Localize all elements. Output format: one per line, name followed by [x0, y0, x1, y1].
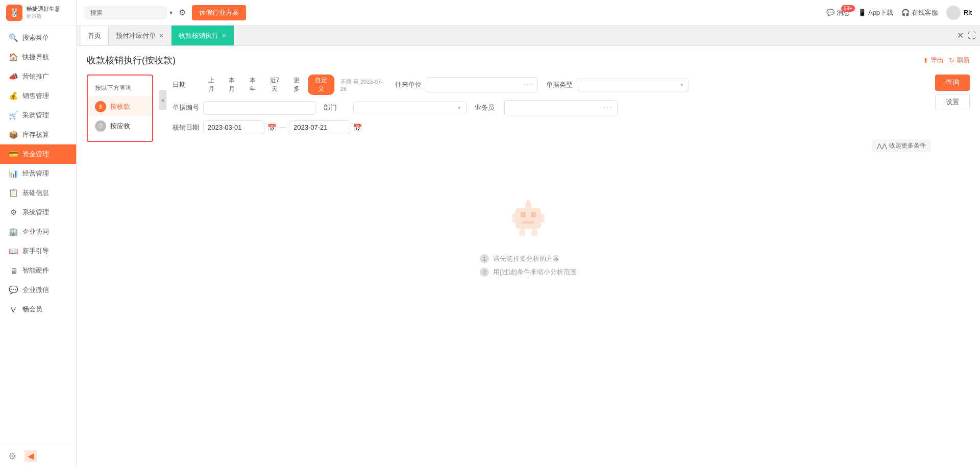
app-download-btn[interactable]: 📱 App下载	[858, 8, 893, 17]
collapse-more-btn[interactable]: ⋀⋀ 收起更多条件	[872, 139, 931, 152]
filter-area: 按以下方查询 $ 按收款 ⏱ 按应收 «	[87, 75, 970, 152]
filter-option-receipt[interactable]: $ 按收款	[88, 97, 152, 116]
quick-nav-icon: 🏠	[8, 53, 18, 62]
tab-home[interactable]: 首页	[81, 26, 109, 45]
export-btn[interactable]: ⬆ 导出	[923, 56, 944, 65]
quick-btn-last-month[interactable]: 上月	[202, 75, 220, 95]
writeoff-cal-to-icon[interactable]: 📅	[353, 124, 362, 132]
partner-input[interactable]: ···	[426, 77, 538, 92]
search-input[interactable]	[85, 7, 166, 19]
sidebar-item-search-menu[interactable]: 🔍搜索菜单	[0, 28, 76, 47]
empty-tip-1: 1 请先选择要分析的方案	[480, 254, 576, 263]
filter-collapse-area: «	[159, 90, 166, 110]
page-title-bar: 收款核销执行(按收款) ⬆ 导出 ↻ 刷新	[87, 54, 970, 66]
tab-bar: 首页 预付冲应付单 ✕ 收款核销执行 ✕ ✕ ⛶	[77, 26, 980, 46]
sales-icon: 💰	[8, 91, 18, 101]
tab-receipt-writeoff[interactable]: 收款核销执行 ✕	[172, 26, 234, 45]
filter-row-3: 核销日期 📅 — 📅	[173, 120, 931, 134]
writeoff-cal-from-icon[interactable]: 📅	[267, 124, 276, 132]
salesman-input[interactable]: ···	[504, 100, 618, 115]
tab-expand-btn[interactable]: ⛶	[968, 31, 976, 40]
collapse-up-icon: ⋀⋀	[877, 142, 887, 150]
dept-select[interactable]: ▾	[353, 102, 467, 114]
headset-icon: 🎧	[901, 9, 910, 16]
page-content: 收款核销执行(按收款) ⬆ 导出 ↻ 刷新 按以下方查询	[77, 46, 980, 467]
empty-tip-2: 2 用[过滤]条件来缩小分析范围	[480, 267, 576, 277]
collapse-more: ⋀⋀ 收起更多条件	[173, 139, 931, 152]
message-btn[interactable]: 💬 消息 99+	[826, 8, 850, 17]
sidebar-item-purchase[interactable]: 🛒采购管理	[0, 106, 76, 125]
empty-tips: 1 请先选择要分析的方案 2 用[过滤]条件来缩小分析范围	[480, 254, 576, 277]
refresh-btn[interactable]: ↻ 刷新	[949, 56, 970, 65]
marketing-icon: 📣	[8, 72, 18, 81]
solution-btn[interactable]: 休假行业方案	[192, 5, 246, 20]
sidebar-item-label: 基础信息	[22, 188, 49, 198]
wechat-icon: 💬	[8, 285, 18, 294]
tip-num-1: 1	[480, 254, 489, 263]
page-inner: 收款核销执行(按收款) ⬆ 导出 ↻ 刷新 按以下方查询	[77, 46, 980, 467]
query-btn[interactable]: 查询	[935, 75, 970, 91]
sidebar-item-system[interactable]: ⚙系统管理	[0, 203, 76, 222]
empty-illustration	[503, 193, 554, 244]
tip-num-2: 2	[480, 267, 489, 277]
header-search: ▾	[85, 7, 173, 19]
quick-btn-7days[interactable]: 近7天	[264, 75, 285, 95]
gear-icon[interactable]: ⚙	[179, 8, 186, 17]
setting-btn[interactable]: 设置	[935, 94, 970, 110]
tab-close-prepay[interactable]: ✕	[159, 32, 164, 39]
sidebar-item-member[interactable]: V畅会员	[0, 300, 76, 319]
sidebar-item-label: 经营管理	[22, 169, 49, 178]
partner-dots-icon[interactable]: ···	[524, 80, 533, 89]
writeoff-date-group: 📅 — 📅	[203, 120, 362, 134]
tab-close-receipt[interactable]: ✕	[222, 32, 227, 39]
docnum-input[interactable]	[203, 101, 315, 115]
export-icon: ⬆	[923, 57, 928, 64]
header-dropdown-btn[interactable]: ▾	[169, 9, 173, 16]
sidebar-item-basic-info[interactable]: 📋基础信息	[0, 183, 76, 203]
writeoff-date-to[interactable]	[289, 120, 350, 134]
svg-rect-0	[516, 208, 541, 229]
collapse-icon[interactable]: ◀	[24, 450, 37, 462]
quick-btn-this-month[interactable]: 本月	[223, 75, 241, 95]
sidebar-item-marketing[interactable]: 📣营销推广	[0, 67, 76, 86]
user-info[interactable]: Rit	[946, 6, 972, 20]
sidebar-item-inventory[interactable]: 📦库存核算	[0, 125, 76, 144]
sidebar-item-guide[interactable]: 📖新手引导	[0, 241, 76, 261]
sidebar-item-hardware[interactable]: 🖥智能硬件	[0, 261, 76, 280]
date-field: 日期 上月 本月 本年 近7天 更多 自定义 不	[173, 75, 387, 95]
sidebar-item-label: 采购管理	[22, 111, 49, 120]
date-quick-btns: 上月 本月 本年 近7天 更多 自定义	[202, 75, 334, 95]
sidebar-item-quick-nav[interactable]: 🏠快捷导航	[0, 47, 76, 67]
tab-prepay[interactable]: 预付冲应付单 ✕	[109, 26, 172, 45]
filter-sidebar-title: 按以下方查询	[88, 81, 152, 97]
writeoff-date-label: 核销日期	[173, 123, 199, 132]
refresh-icon: ↻	[949, 57, 954, 64]
dept-arrow-icon: ▾	[458, 105, 461, 111]
sidebar-item-sales[interactable]: 💰销售管理	[0, 86, 76, 106]
title-actions: ⬆ 导出 ↻ 刷新	[923, 56, 970, 65]
settings-icon[interactable]: ⚙	[8, 451, 16, 462]
salesman-dots-icon[interactable]: ···	[603, 103, 613, 112]
doctype-select[interactable]: ▾	[577, 79, 689, 91]
app-icon: 📱	[858, 9, 866, 16]
avatar	[946, 6, 961, 20]
sidebar-item-enterprise[interactable]: 🏢企业协同	[0, 222, 76, 241]
tab-close-all-btn[interactable]: ✕	[957, 31, 964, 40]
filter-row-2: 单据编号 部门 ▾	[173, 100, 931, 115]
writeoff-date-from[interactable]	[203, 120, 264, 134]
quick-btn-more[interactable]: 更多	[287, 75, 306, 95]
sidebar-item-business[interactable]: 📊经营管理	[0, 164, 76, 183]
quick-btn-custom[interactable]: 自定义	[308, 75, 334, 95]
filter-form-area: 日期 上月 本月 本年 近7天 更多 自定义 不	[173, 75, 970, 152]
filter-option-receivable[interactable]: ⏱ 按应收	[88, 116, 152, 136]
sidebar-item-label: 库存核算	[22, 130, 49, 139]
empty-tip-text-1: 请先选择要分析的方案	[493, 254, 559, 263]
writeoff-date-field: 核销日期 📅 — 📅	[173, 120, 387, 134]
sidebar-item-funds[interactable]: 💳资金管理	[0, 144, 76, 164]
business-icon: 📊	[8, 169, 18, 178]
filter-collapse-btn[interactable]: «	[159, 90, 166, 110]
quick-btn-this-year[interactable]: 本年	[243, 75, 262, 95]
member-icon: V	[8, 305, 18, 314]
service-btn[interactable]: 🎧 在线客服	[901, 8, 938, 17]
sidebar-item-wechat[interactable]: 💬企业微信	[0, 280, 76, 300]
